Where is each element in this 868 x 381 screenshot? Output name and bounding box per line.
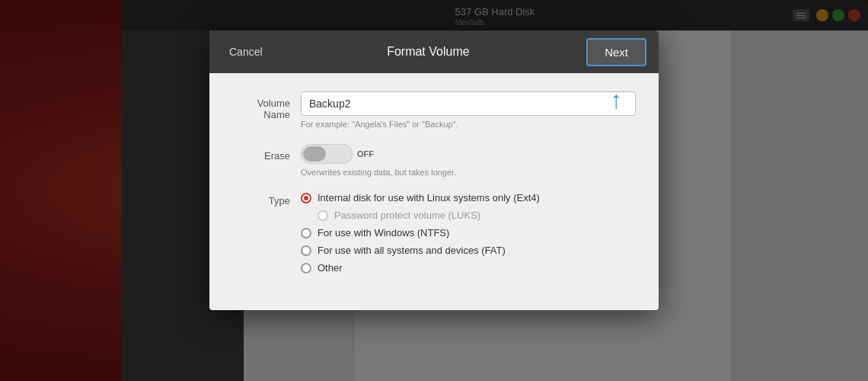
erase-toggle-label: OFF [357, 149, 374, 158]
type-label: Type [232, 192, 301, 207]
radio-ntfs-input [301, 228, 311, 239]
erase-hint: Overwrites existing data, but takes long… [301, 168, 636, 177]
radio-ext4-input [301, 193, 311, 203]
erase-toggle-knob [303, 146, 326, 162]
radio-ext4-label: Internal disk for use with Linux systems… [318, 192, 540, 203]
erase-row: Erase OFF Overwrites existing data, but … [232, 144, 636, 177]
erase-field: OFF Overwrites existing data, but takes … [301, 144, 636, 177]
erase-toggle[interactable] [301, 144, 353, 164]
radio-luks-label: Password protect volume (LUKS) [334, 210, 480, 221]
radio-other-input [301, 263, 311, 274]
dialog-body: Volume Name For example: "Angela's Files… [209, 73, 659, 310]
erase-label: Erase [232, 144, 301, 162]
radio-ext4[interactable]: Internal disk for use with Linux systems… [301, 192, 636, 203]
radio-other-label: Other [318, 262, 343, 274]
radio-fat-input [301, 245, 311, 256]
radio-luks-input [318, 210, 328, 221]
volume-name-row: Volume Name For example: "Angela's Files… [232, 91, 636, 129]
volume-name-input[interactable] [301, 91, 636, 116]
type-radio-group: Internal disk for use with Linux systems… [301, 192, 636, 280]
radio-ntfs[interactable]: For use with Windows (NTFS) [301, 227, 636, 239]
radio-ext4-dot [304, 196, 308, 200]
next-arrow-indicator: ↑ [611, 88, 623, 112]
radio-luks[interactable]: Password protect volume (LUKS) [301, 210, 636, 221]
volume-name-field: For example: "Angela's Files" or "Backup… [301, 91, 636, 129]
erase-toggle-row: OFF [301, 144, 636, 164]
volume-name-hint: For example: "Angela's Files" or "Backup… [301, 120, 636, 129]
cancel-button[interactable]: Cancel [222, 41, 270, 62]
modal-overlay: Cancel Format Volume Next ↑ Volume Name … [0, 0, 868, 381]
radio-ntfs-label: For use with Windows (NTFS) [318, 227, 449, 239]
volume-name-label: Volume Name [232, 91, 301, 120]
radio-fat-label: For use with all systems and devices (FA… [318, 245, 506, 256]
next-button[interactable]: Next [586, 38, 646, 66]
radio-fat[interactable]: For use with all systems and devices (FA… [301, 245, 636, 256]
format-volume-dialog: Cancel Format Volume Next ↑ Volume Name … [209, 30, 659, 310]
radio-other[interactable]: Other [301, 262, 636, 274]
dialog-header: Cancel Format Volume Next ↑ [209, 30, 659, 73]
dialog-title: Format Volume [387, 45, 469, 59]
type-row: Type Internal disk for use with Linux sy… [232, 192, 636, 280]
